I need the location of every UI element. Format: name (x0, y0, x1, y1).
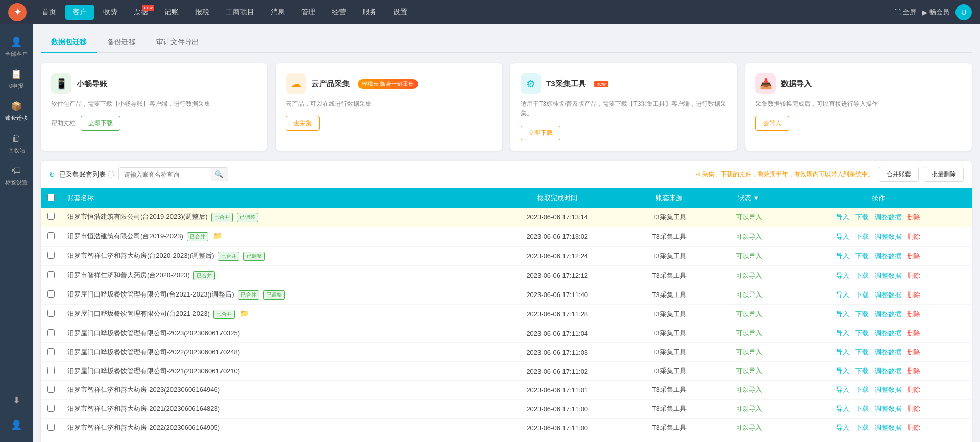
row-source-cell: T3采集工具 (626, 362, 713, 381)
row-checkbox[interactable] (47, 252, 55, 259)
member-button[interactable]: ▶ 畅会员 (922, 8, 949, 17)
adjust-action[interactable]: 调整数据 (875, 367, 901, 375)
refresh-icon[interactable]: ↻ (49, 170, 55, 179)
delete-action[interactable]: 删除 (907, 367, 920, 375)
import-action[interactable]: 导入 (836, 424, 849, 431)
adjust-action[interactable]: 调整数据 (875, 310, 901, 318)
adjust-action[interactable]: 调整数据 (875, 233, 901, 240)
import-action[interactable]: 导入 (836, 233, 849, 240)
import-action[interactable]: 导入 (836, 252, 849, 260)
row-checkbox[interactable] (47, 405, 55, 412)
sidebar-item-tags[interactable]: 🏷 标签设置 (0, 159, 33, 191)
delete-action[interactable]: 删除 (907, 291, 920, 299)
nav-settings[interactable]: 设置 (386, 5, 414, 20)
adjust-action[interactable]: 调整数据 (875, 405, 901, 412)
import-action[interactable]: 导入 (836, 291, 849, 299)
select-all-checkbox[interactable] (47, 194, 55, 201)
delete-action[interactable]: 删除 (907, 424, 920, 431)
nav-operations[interactable]: 经营 (325, 5, 353, 20)
sidebar-item-all-clients[interactable]: 👤 全部客户 (0, 31, 33, 63)
row-checkbox[interactable] (47, 213, 55, 220)
sidebar-item-zero-declare[interactable]: 📋 0申报 (0, 63, 33, 95)
help-icon[interactable]: ⓘ (108, 170, 114, 179)
nav-accounting[interactable]: 记账 (157, 5, 186, 20)
search-button[interactable]: 🔍 (211, 168, 228, 181)
import-go-btn[interactable]: 去导入 (755, 116, 789, 131)
nav-clients[interactable]: 客户 (65, 5, 94, 20)
cloud-collect-btn[interactable]: 去采集 (286, 116, 320, 131)
delete-action[interactable]: 删除 (907, 233, 920, 240)
download-action[interactable]: 下载 (855, 272, 869, 279)
delete-action[interactable]: 删除 (907, 405, 920, 412)
delete-action[interactable]: 删除 (907, 213, 920, 221)
xiaochang-download-btn[interactable]: 立即下载 (81, 116, 120, 131)
adjust-action[interactable]: 调整数据 (875, 329, 901, 337)
download-action[interactable]: 下载 (855, 233, 869, 240)
bulk-delete-button[interactable]: 批量删除 (924, 167, 964, 182)
delete-action[interactable]: 删除 (907, 329, 920, 337)
tab-data-migration[interactable]: 数据包迁移 (41, 33, 97, 53)
import-action[interactable]: 导入 (836, 310, 849, 318)
row-checkbox[interactable] (47, 424, 55, 431)
tab-audit-export[interactable]: 审计文件导出 (146, 33, 209, 53)
download-action[interactable]: 下载 (855, 329, 869, 337)
adjust-action[interactable]: 调整数据 (875, 424, 901, 431)
sidebar-item-recycle[interactable]: 🗑 回收站 (0, 127, 33, 159)
delete-action[interactable]: 删除 (907, 272, 920, 279)
nav-management[interactable]: 管理 (294, 5, 323, 20)
row-checkbox[interactable] (47, 310, 55, 317)
import-action[interactable]: 导入 (836, 213, 849, 221)
tab-backup-migration[interactable]: 备份迁移 (97, 33, 146, 53)
row-checkbox[interactable] (47, 348, 55, 355)
sidebar-item-download[interactable]: ⬇ (6, 389, 27, 411)
nav-invoices[interactable]: 票据new (127, 5, 155, 20)
row-checkbox[interactable] (47, 386, 55, 393)
nav-business[interactable]: 工商项目 (218, 5, 261, 20)
fullscreen-button[interactable]: ⛶ 全屏 (894, 8, 916, 17)
sidebar-item-user[interactable]: 👤 (6, 413, 27, 436)
row-checkbox[interactable] (47, 232, 55, 239)
row-checkbox[interactable] (47, 329, 55, 336)
t3-download-btn[interactable]: 立即下载 (521, 126, 560, 140)
nav-messages[interactable]: 消息 (263, 5, 292, 20)
sidebar: 👤 全部客户 📋 0申报 📦 账套迁移 🗑 回收站 🏷 标签设置 ⬇ 👤 (0, 24, 33, 442)
download-action[interactable]: 下载 (855, 310, 869, 318)
import-action[interactable]: 导入 (836, 272, 849, 279)
row-checkbox[interactable] (47, 271, 55, 278)
download-action[interactable]: 下载 (855, 424, 869, 431)
delete-action[interactable]: 删除 (907, 252, 920, 260)
import-action[interactable]: 导入 (836, 367, 849, 375)
download-action[interactable]: 下载 (855, 252, 869, 260)
xiaochang-help-link[interactable]: 帮助文档 (51, 119, 76, 128)
adjust-action[interactable]: 调整数据 (875, 252, 901, 260)
adjust-action[interactable]: 调整数据 (875, 386, 901, 394)
row-checkbox[interactable] (47, 290, 55, 298)
merge-button[interactable]: 合并账套 (879, 167, 919, 182)
delete-action[interactable]: 删除 (907, 310, 920, 318)
download-action[interactable]: 下载 (855, 213, 869, 221)
adjust-action[interactable]: 调整数据 (875, 291, 901, 299)
import-action[interactable]: 导入 (836, 386, 849, 394)
delete-action[interactable]: 删除 (907, 348, 920, 356)
search-input[interactable] (119, 168, 211, 181)
adjust-action[interactable]: 调整数据 (875, 272, 901, 279)
nav-service[interactable]: 服务 (355, 5, 384, 20)
adjust-action[interactable]: 调整数据 (875, 213, 901, 221)
nav-fees[interactable]: 收费 (96, 5, 125, 20)
download-action[interactable]: 下载 (855, 291, 869, 299)
download-action[interactable]: 下载 (855, 348, 869, 356)
delete-action[interactable]: 删除 (907, 386, 920, 394)
nav-home[interactable]: 首页 (35, 5, 63, 20)
download-action[interactable]: 下载 (855, 405, 869, 412)
sidebar-item-migrate[interactable]: 📦 账套迁移 (0, 95, 33, 127)
adjust-action[interactable]: 调整数据 (875, 348, 901, 356)
row-checkbox[interactable] (47, 367, 55, 374)
row-time-cell: 2023-06-06 17:11:02 (488, 362, 626, 381)
nav-tax[interactable]: 报税 (188, 5, 216, 20)
download-action[interactable]: 下载 (855, 386, 869, 394)
user-avatar[interactable]: U (955, 4, 972, 20)
import-action[interactable]: 导入 (836, 405, 849, 412)
download-action[interactable]: 下载 (855, 367, 869, 375)
import-action[interactable]: 导入 (836, 329, 849, 337)
import-action[interactable]: 导入 (836, 348, 849, 356)
